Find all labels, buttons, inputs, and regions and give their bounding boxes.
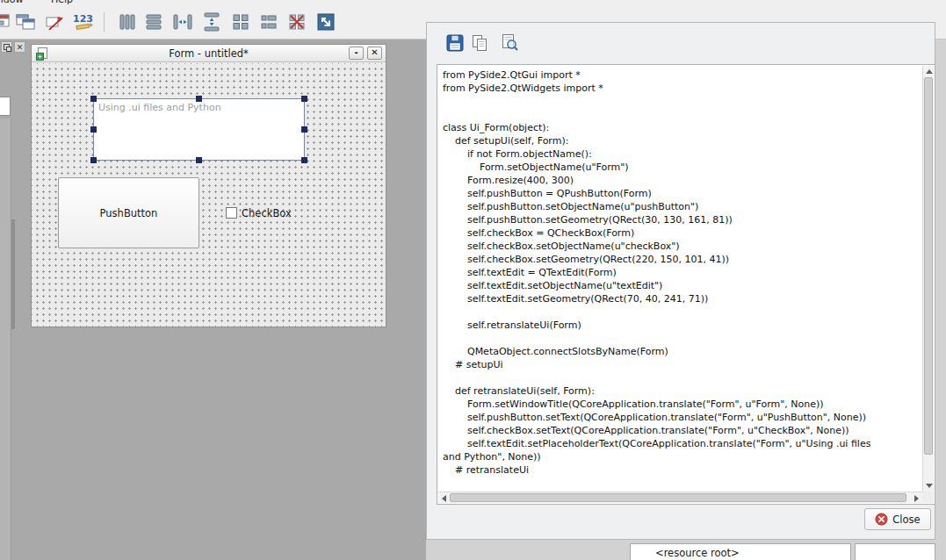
checkbox-indicator[interactable]	[226, 207, 237, 219]
down-arrow-glyph	[926, 484, 933, 488]
edit-widgets-glyph	[0, 11, 11, 32]
vertical-scrollbar-thumb[interactable]	[924, 77, 933, 455]
svg-text:123: 123	[73, 13, 93, 25]
selection-handle-top-center[interactable]	[196, 96, 202, 102]
scroll-right-icon[interactable]	[911, 492, 922, 504]
selection-handle-bottom-right[interactable]	[301, 157, 307, 163]
dock-float-glyph	[4, 44, 10, 50]
form-window-titlebar[interactable]: Form - untitled* - ✕	[32, 45, 386, 62]
widget-windows-glyph	[15, 11, 36, 32]
lay-out-in-a-grid-glyph	[230, 11, 251, 32]
resource-preview-pane	[855, 543, 935, 560]
close-button[interactable]: Close	[864, 508, 931, 530]
code-view[interactable]: from PySide2.QtGui import * from PySide2…	[438, 66, 922, 492]
save-glyph	[445, 33, 465, 53]
lay-out-in-a-form-layout-icon[interactable]	[257, 11, 280, 33]
selection-handle-bottom-center[interactable]	[196, 157, 202, 163]
edit-signals-slots-glyph	[45, 11, 66, 32]
widget-box-scrollbar[interactable]	[11, 219, 15, 329]
copy-icon[interactable]	[469, 32, 490, 54]
lay-out-vertically-icon[interactable]	[142, 11, 165, 33]
widget-box-panel-edge	[0, 118, 11, 560]
save-icon[interactable]	[444, 32, 466, 54]
selection-handle-mid-right[interactable]	[301, 126, 307, 133]
scroll-down-icon[interactable]	[923, 480, 935, 492]
form-window-title: Form - untitled*	[32, 45, 386, 62]
designed-pushbutton[interactable]: PushButton	[58, 177, 199, 248]
dock-float-icon[interactable]	[1, 41, 12, 53]
menubar: Window Help	[0, 0, 211, 6]
close-button-label: Close	[892, 513, 920, 526]
designed-textedit[interactable]: Using .ui files and Python	[93, 98, 305, 161]
adjust-size-glyph	[315, 11, 336, 32]
scroll-up-icon[interactable]	[923, 66, 935, 77]
horizontal-scrollbar[interactable]	[438, 492, 922, 503]
find-glyph	[500, 33, 519, 53]
widget-filter-input[interactable]	[0, 97, 11, 116]
adjust-size-icon[interactable]	[314, 11, 337, 33]
lay-out-horizontally-glyph	[117, 11, 138, 32]
lay-out-vertically-glyph	[143, 11, 164, 32]
pushbutton-label: PushButton	[100, 207, 158, 219]
dock-close-icon[interactable]: ✕	[14, 41, 25, 53]
widget-windows-icon[interactable]	[14, 11, 37, 33]
menu-window[interactable]: Window	[0, 0, 23, 5]
code-preview-dialog: from PySide2.QtGui import * from PySide2…	[426, 22, 935, 540]
break-layout-glyph	[286, 11, 307, 32]
code-area: from PySide2.QtGui import * from PySide2…	[437, 64, 935, 505]
resource-root-item[interactable]: <resource root>	[655, 547, 740, 559]
edit-tab-order-icon[interactable]: 123	[70, 11, 95, 33]
qt-designer-app: Window Help	[0, 0, 946, 560]
lay-out-horizontally-in-splitter-icon[interactable]	[171, 11, 194, 33]
lay-out-vertically-in-splitter-icon[interactable]	[200, 11, 223, 33]
minimize-icon[interactable]: -	[349, 47, 364, 60]
find-icon[interactable]	[499, 32, 520, 54]
checkbox-label: CheckBox	[242, 207, 292, 219]
edit-tab-order-glyph: 123	[71, 11, 94, 32]
resource-browser: <resource root>	[630, 543, 851, 560]
toolbar-separator	[104, 12, 105, 32]
horizontal-scrollbar-thumb[interactable]	[450, 493, 906, 502]
edit-signals-slots-icon[interactable]	[44, 11, 67, 33]
close-icon[interactable]: ✕	[367, 47, 382, 60]
scrollbar-corner	[922, 492, 934, 503]
edit-widgets-icon[interactable]	[0, 11, 12, 33]
close-circle-icon	[875, 513, 888, 526]
selection-handle-mid-left[interactable]	[90, 126, 97, 133]
selection-handle-bottom-left[interactable]	[90, 157, 97, 163]
vertical-scrollbar[interactable]	[922, 66, 934, 492]
lay-out-in-a-grid-icon[interactable]	[229, 11, 252, 33]
form-canvas[interactable]: Using .ui files and Python PushButton Ch…	[32, 63, 386, 327]
scroll-left-icon[interactable]	[438, 492, 450, 504]
designed-checkbox[interactable]: CheckBox	[225, 195, 314, 231]
selection-handle-top-right[interactable]	[301, 96, 307, 102]
copy-glyph	[470, 33, 489, 53]
break-layout-icon[interactable]	[285, 11, 308, 33]
right-arrow-glyph	[914, 495, 919, 502]
form-editor-window: Form - untitled* - ✕ Using .ui files and…	[31, 44, 386, 327]
generated-python-code: from PySide2.QtGui import * from PySide2…	[438, 66, 922, 477]
selection-handle-top-left[interactable]	[90, 96, 97, 102]
up-arrow-glyph	[926, 69, 933, 74]
menu-help[interactable]: Help	[51, 0, 73, 5]
left-arrow-glyph	[442, 495, 446, 502]
lay-out-in-a-form-layout-glyph	[258, 11, 279, 32]
lay-out-horizontally-in-splitter-glyph	[172, 11, 193, 32]
lay-out-vertically-in-splitter-glyph	[201, 11, 222, 32]
lay-out-horizontally-icon[interactable]	[116, 11, 139, 33]
